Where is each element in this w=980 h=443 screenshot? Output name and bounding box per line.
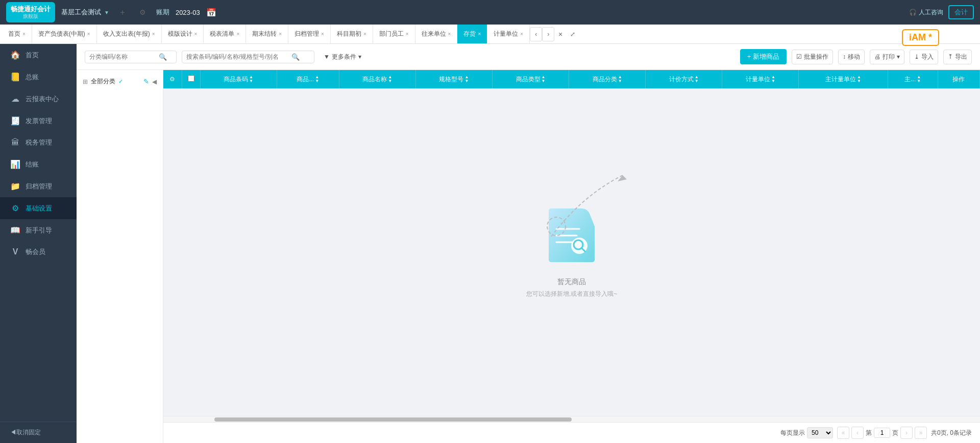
- collapse-category-icon[interactable]: ◀: [152, 78, 157, 85]
- tab-label: 科目期初: [337, 30, 361, 38]
- category-search-box[interactable]: 🔍: [85, 51, 177, 63]
- tab-tax-list[interactable]: 税表清单 ×: [204, 25, 246, 44]
- sidebar-item-member[interactable]: V 畅会员: [0, 241, 77, 263]
- tab-close-icon[interactable]: ×: [194, 31, 198, 37]
- prev-page-button[interactable]: ‹: [851, 427, 864, 439]
- tab-close-icon[interactable]: ×: [478, 31, 481, 37]
- tab-close-icon[interactable]: ×: [279, 31, 282, 37]
- first-page-button[interactable]: «: [837, 427, 849, 439]
- th-product-name[interactable]: 商品名称 ▲▼: [339, 70, 415, 88]
- select-all-checkbox[interactable]: [188, 75, 194, 82]
- import-button[interactable]: ⤓ 导入: [910, 50, 938, 64]
- move-icon: ↕: [843, 53, 846, 60]
- logo: 畅捷通好会计 旗舰版: [6, 2, 55, 22]
- sidebar-item-label: 新手引导: [26, 226, 52, 235]
- calendar-icon[interactable]: 📅: [206, 8, 216, 17]
- tab-balance-sheet[interactable]: 资产负债表(中期) ×: [32, 25, 97, 44]
- tab-close-icon[interactable]: ×: [152, 31, 155, 37]
- tab-close-icon[interactable]: ×: [363, 31, 366, 37]
- tab-dept-staff[interactable]: 部门员工 ×: [373, 25, 415, 44]
- tab-close-icon[interactable]: ×: [22, 31, 26, 37]
- table-scroll[interactable]: ⚙ 商品条码 ▲▼: [163, 70, 980, 88]
- per-page-select[interactable]: 50 100 200: [807, 427, 833, 438]
- sidebar-item-invoice[interactable]: 🧾 发票管理: [0, 110, 77, 132]
- horizontal-scrollbar[interactable]: [163, 416, 980, 422]
- th-main-extra[interactable]: 主... ▲▼: [888, 70, 938, 88]
- export-button[interactable]: ⤒ 导出: [943, 50, 972, 64]
- product-search-box[interactable]: 🔍: [182, 51, 314, 63]
- sidebar-unpin-button[interactable]: ◀取消固定: [0, 422, 77, 443]
- sidebar-item-basic-settings[interactable]: ⚙ 基础设置: [0, 197, 77, 219]
- sidebar-item-guide[interactable]: 📖 新手引导: [0, 219, 77, 241]
- th-main-unit[interactable]: 主计量单位 ▲▼: [799, 70, 888, 88]
- batch-op-button[interactable]: ☑ 批量操作: [792, 50, 833, 64]
- th-checkbox[interactable]: [182, 70, 200, 88]
- chevron-down-icon: ▼: [104, 10, 109, 15]
- tab-label: 首页: [8, 30, 20, 38]
- tab-inventory[interactable]: 存货 ×: [457, 25, 487, 44]
- page-number-input[interactable]: [874, 428, 890, 438]
- tab-label: 往来单位: [422, 30, 446, 38]
- settings-tab-button[interactable]: ⚙: [136, 5, 150, 19]
- tab-prev-button[interactable]: ‹: [530, 27, 542, 41]
- product-table: ⚙ 商品条码 ▲▼: [163, 70, 980, 88]
- tab-close-icon[interactable]: ×: [406, 31, 409, 37]
- tab-homepage[interactable]: 首页 ×: [2, 25, 32, 44]
- tab-income-statement[interactable]: 收入支出表(年报) ×: [97, 25, 162, 44]
- tab-unit[interactable]: 计量单位 ×: [487, 25, 530, 44]
- pagination-bar: 每页显示 50 100 200 « ‹ 第 页 ›: [163, 422, 980, 443]
- move-button[interactable]: ↕ 移动: [838, 50, 865, 64]
- next-page-button[interactable]: ›: [900, 427, 913, 439]
- tab-archive-mgmt[interactable]: 归档管理 ×: [288, 25, 331, 44]
- support-button[interactable]: 🎧 人工咨询: [909, 8, 943, 17]
- print-button[interactable]: 🖨 打印 ▾: [870, 50, 904, 64]
- th-unit[interactable]: 计量单位 ▲▼: [722, 70, 799, 88]
- th-settings[interactable]: ⚙: [163, 70, 182, 88]
- tab-close-icon[interactable]: ×: [448, 31, 451, 37]
- tab-contacts[interactable]: 往来单位 ×: [415, 25, 458, 44]
- tab-label: 存货: [463, 30, 476, 38]
- horizontal-scroll-thumb[interactable]: [214, 417, 572, 422]
- th-pricing[interactable]: 计价方式 ▲▼: [646, 70, 722, 88]
- ledger-icon: 📒: [10, 72, 20, 82]
- search-icon2[interactable]: 🔍: [291, 53, 300, 61]
- edit-category-icon[interactable]: ✎: [143, 78, 149, 85]
- tab-label: 期末结转: [252, 30, 277, 38]
- tab-close-all-button[interactable]: ×: [554, 27, 567, 41]
- tab-period-close[interactable]: 期末结转 ×: [246, 25, 288, 44]
- tab-expand-button[interactable]: ⤢: [567, 27, 579, 41]
- account-button[interactable]: 会计: [948, 5, 974, 19]
- sidebar-item-tax[interactable]: 🏛 税务管理: [0, 132, 77, 153]
- more-filter-button[interactable]: ▼ 更多条件 ▾: [320, 51, 365, 63]
- tab-close-icon[interactable]: ×: [236, 31, 239, 37]
- last-page-button[interactable]: »: [915, 427, 927, 439]
- svg-marker-0: [618, 175, 627, 181]
- th-barcode[interactable]: 商品条码 ▲▼: [200, 70, 277, 88]
- th-type[interactable]: 商品类型 ▲▼: [492, 70, 569, 88]
- home-icon: 🏠: [10, 50, 20, 60]
- page-word: 第: [866, 429, 872, 437]
- company-selector[interactable]: 基层工会测试 ▼: [61, 8, 109, 17]
- new-product-button[interactable]: + 新增商品: [740, 49, 787, 64]
- tab-close-icon[interactable]: ×: [321, 31, 324, 37]
- empty-desc: 您可以选择新增,或者直接导入哦~: [526, 290, 617, 298]
- tab-label: 模版设计: [168, 30, 192, 38]
- add-tab-button[interactable]: ＋: [115, 5, 130, 19]
- category-search-input[interactable]: [89, 53, 156, 60]
- tab-next-button[interactable]: ›: [542, 27, 554, 41]
- th-spec[interactable]: 规格型号 ▲▼: [415, 70, 492, 88]
- search-icon[interactable]: 🔍: [159, 53, 167, 61]
- th-category[interactable]: 商品分类 ▲▼: [569, 70, 646, 88]
- sidebar-item-cloud-report[interactable]: ☁ 云报表中心: [0, 88, 77, 110]
- product-search-input[interactable]: [186, 53, 288, 60]
- sidebar-item-archive[interactable]: 📁 归档管理: [0, 175, 77, 197]
- tab-close-icon[interactable]: ×: [87, 31, 90, 37]
- filter-toolbar: 🔍 🔍 ▼ 更多条件 ▾ + 新增商品 ☑ 批量操作 ↕ 移动 🖨: [77, 44, 980, 70]
- tab-template-design[interactable]: 模版设计 ×: [162, 25, 204, 44]
- sidebar-item-ledger[interactable]: 📒 总账: [0, 66, 77, 88]
- sidebar-item-home[interactable]: 🏠 首页: [0, 44, 77, 66]
- tab-close-icon[interactable]: ×: [520, 31, 523, 37]
- tab-subject-init[interactable]: 科目期初 ×: [331, 25, 373, 44]
- th-product-code[interactable]: 商品... ▲▼: [277, 70, 339, 88]
- sidebar-item-close[interactable]: 📊 结账: [0, 153, 77, 175]
